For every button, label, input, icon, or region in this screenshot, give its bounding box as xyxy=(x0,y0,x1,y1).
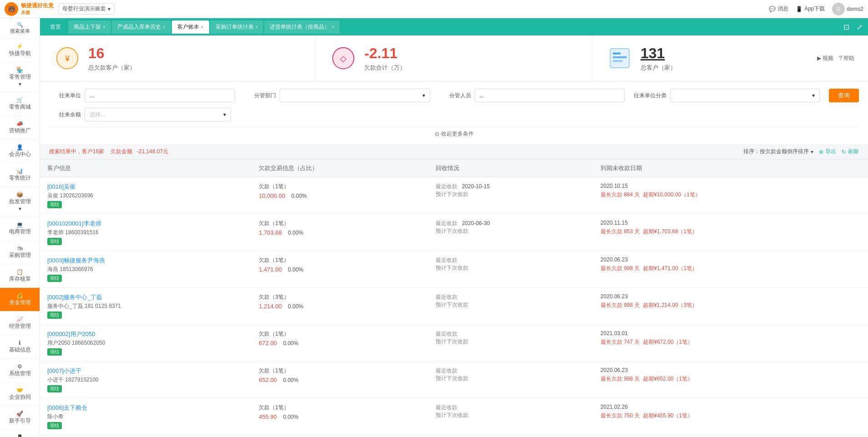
export-btn[interactable]: ⊕ 导出 xyxy=(819,148,836,156)
col-overdue-date: 到期未收款日期 xyxy=(593,160,868,177)
person-input[interactable]: ... xyxy=(475,89,625,102)
store-selector[interactable]: 母婴行业演示账套 ▾ xyxy=(58,3,115,15)
card3-value: 131 xyxy=(641,45,676,62)
tab-close-icon[interactable]: × xyxy=(103,25,105,30)
collapse-icon: ⊙ xyxy=(435,131,439,137)
customer-cell-0: [0016]吴俊 吴俊 13026203696 现结 xyxy=(40,177,251,214)
customer-cell-7: [000001]黄思源 黄思源 13552700226 现结 xyxy=(40,435,251,437)
sidebar-item-ecommerce[interactable]: 💻 电商管理 xyxy=(0,217,40,241)
overdue-cell-5: 2020.06.23 最长欠款 998 天 超期¥652.00（1笔） xyxy=(593,362,868,398)
sort-selector[interactable]: 排序：按欠款金额倒序排序 ▾ xyxy=(743,148,813,156)
overdue-badge-link[interactable]: 超期¥672.00（1笔） xyxy=(643,339,693,345)
tab-product-offline[interactable]: 商品上下架 × xyxy=(68,20,111,34)
tab-maximize-icon[interactable]: ⤢ xyxy=(855,21,864,33)
debt-amount: 1,703.68 xyxy=(259,229,282,236)
tab-close-icon[interactable]: × xyxy=(331,25,334,30)
customer-placeholder: ... xyxy=(90,92,94,99)
batch-icon: 📦 xyxy=(3,191,37,198)
overdue-badge-link[interactable]: 超期¥1,703.68（1笔） xyxy=(643,228,697,235)
overdue-days: 最长欠款 747 天 xyxy=(601,339,642,345)
sidebar-item-retail-store[interactable]: 🛒 零售商城 xyxy=(0,92,40,116)
customer-name-link[interactable]: [0007]小进干 xyxy=(47,367,81,374)
logo-icon: 🐻 xyxy=(5,2,18,16)
overdue-badge-link[interactable]: 超期¥1,214.00（3笔） xyxy=(643,302,697,308)
card3-actions: ▶ 视频 ? 帮助 xyxy=(817,55,854,62)
sidebar-item-batch-mgmt[interactable]: 📦 批发管理 ▾ xyxy=(0,187,40,217)
tab-restore-icon[interactable]: ⊡ xyxy=(842,21,851,33)
payment-cell-4: 最近收款 预计下次收款 xyxy=(428,325,593,362)
logo: 🐻 畅捷通好生意 乐搜 xyxy=(5,2,54,16)
collapse-btn[interactable]: ⊙ 收起更多条件 xyxy=(49,127,859,141)
svg-text:◇: ◇ xyxy=(340,54,346,63)
tab-home[interactable]: 首页 xyxy=(44,20,67,34)
overdue-badge-link[interactable]: 超期¥652.00（1笔） xyxy=(643,376,693,382)
filter-customer: 往来单位 ... xyxy=(49,89,235,102)
customer-name-link[interactable]: [0002]服务中心_丁磊 xyxy=(47,294,102,301)
debt-ratio: 0.00% xyxy=(288,303,303,310)
sidebar-item-quick-nav[interactable]: ⚡ 快捷导航 xyxy=(0,39,40,62)
customer-name-link[interactable]: [0001020001]李老师 xyxy=(47,220,101,227)
customer-input[interactable]: ... xyxy=(85,89,235,102)
avatar: D xyxy=(832,3,845,15)
customer-name-link[interactable]: [000002]用户2050 xyxy=(47,331,95,337)
tab-product-history[interactable]: 产成品入库单历史 × xyxy=(112,20,171,34)
tab-purchase-order[interactable]: 采购订单统计表 × xyxy=(210,20,264,34)
overdue-date: 2020.06.23 xyxy=(601,256,861,263)
balance-select[interactable]: 选择... ▾ xyxy=(85,108,231,121)
customer-badge: 现结 xyxy=(47,238,62,245)
inventory-icon: 📋 xyxy=(3,269,37,275)
search-button[interactable]: 查询 xyxy=(829,89,859,102)
refresh-btn[interactable]: ↻ 刷新 xyxy=(842,148,859,156)
customer-badge: 现结 xyxy=(47,275,62,282)
filter-row-1: 往来单位 ... 分管部门 ▾ xyxy=(49,89,859,102)
tab-close-icon[interactable]: × xyxy=(256,25,258,30)
sidebar-item-finance[interactable]: 💰 资金管理 xyxy=(0,288,40,311)
last-payment-label: 最近收款 xyxy=(436,367,457,374)
sidebar-item-retail-mgmt[interactable]: 🏪 零售管理 ▾ xyxy=(0,62,40,92)
card1-value: 16 xyxy=(88,45,135,62)
filter-category: 往来单位分类 ▾ xyxy=(634,89,820,102)
user-avatar-btn[interactable]: D demo2 xyxy=(832,3,863,15)
customer-cell-3: [0002]服务中心_丁磊 服务中心_丁磊 181 0125 8371 现结 xyxy=(40,288,251,325)
retail-icon: 🏪 xyxy=(3,67,37,73)
customer-name-link[interactable]: [0006]去下粮仓 xyxy=(47,404,87,411)
customer-name-link[interactable]: [0003]畅捷服务尹海燕 xyxy=(47,257,105,264)
sidebar-item-label: 零售管理 xyxy=(3,73,37,81)
tab-goods-stats[interactable]: 进货单统计表（按商品） × xyxy=(264,20,340,34)
debt-amount: 652.00 xyxy=(259,377,277,383)
video-btn[interactable]: ▶ 视频 xyxy=(817,55,833,62)
debt-cell-4: 欠款（1笔） 672.00 0.00% xyxy=(251,325,428,362)
overdue-date: 2021.02.26 xyxy=(601,404,861,410)
filter-area: 往来单位 ... 分管部门 ▾ xyxy=(40,81,868,144)
sidebar-item-basic[interactable]: ℹ 基础信息 xyxy=(0,335,40,359)
sidebar-item-retail-stats[interactable]: 📊 零售统计 xyxy=(0,163,40,187)
overdue-badge-link[interactable]: 超期¥1,471.00（1笔） xyxy=(643,265,697,271)
sidebar-item-purchase[interactable]: 🛍 采购管理 xyxy=(0,241,40,264)
chevron-down-icon: ▾ xyxy=(422,92,425,99)
sidebar-item-operation[interactable]: 📈 经营管理 xyxy=(0,311,40,335)
category-select[interactable]: ▾ xyxy=(670,89,820,102)
tab-close-icon[interactable]: × xyxy=(163,25,166,30)
help-btn[interactable]: ? 帮助 xyxy=(839,55,854,62)
overdue-badge-link[interactable]: 超期¥455.90（1笔） xyxy=(643,412,693,419)
overdue-badge-link[interactable]: 超期¥10,000.00（1笔） xyxy=(643,191,701,198)
sidebar-item-enterprise[interactable]: 🤝 企业协同 xyxy=(0,382,40,406)
customer-name-link[interactable]: [0016]吴俊 xyxy=(47,183,75,190)
debt-cell-5: 欠款（1笔） 652.00 0.00% xyxy=(251,362,428,398)
svg-text:¥: ¥ xyxy=(65,54,70,63)
app-download-btn[interactable]: 📱 App下载 xyxy=(796,5,825,13)
tab-close-icon[interactable]: × xyxy=(201,25,204,30)
sidebar-item-marketing[interactable]: 📣 营销推广 xyxy=(0,116,40,140)
sidebar-item-app-center[interactable]: 📱 应用中心 xyxy=(0,430,40,437)
message-btn[interactable]: 💬 消息 xyxy=(769,5,788,13)
sidebar-item-inventory[interactable]: 📋 库存核算 xyxy=(0,264,40,288)
tab-customer-account[interactable]: 客户账本 × xyxy=(172,20,209,34)
sidebar-item-system[interactable]: ⚙ 系统管理 xyxy=(0,359,40,382)
card3-info: 131 总客户（家） xyxy=(641,45,676,72)
sidebar-item-newguide[interactable]: 🚀 新手引导 xyxy=(0,406,40,430)
sidebar-item-member[interactable]: 👤 会员中心 xyxy=(0,140,40,163)
sidebar-item-search-menu[interactable]: 🔍 搜索菜单 xyxy=(0,18,40,39)
overdue-days: 最长欠款 884 天 xyxy=(601,191,642,198)
top-bar-right: 💬 消息 📱 App下载 D demo2 xyxy=(769,3,863,15)
dept-select[interactable]: ▾ xyxy=(280,89,430,102)
